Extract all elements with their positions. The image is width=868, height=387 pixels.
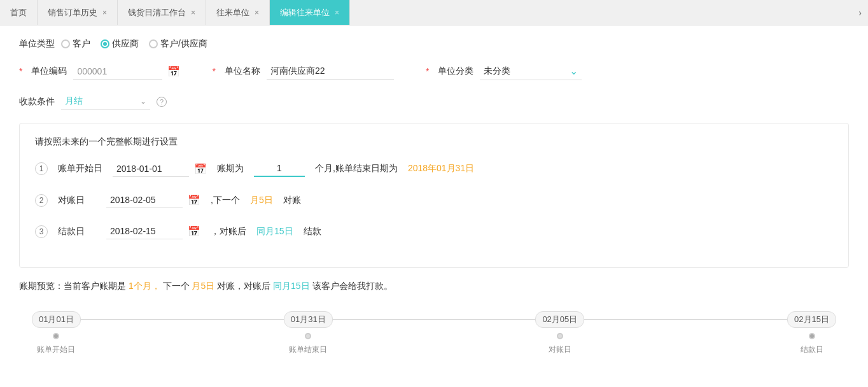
timeline-point-3: 02月15日 结款日	[787, 311, 836, 355]
tab-edit-partner[interactable]: 编辑往来单位 ×	[270, 0, 350, 25]
period-months-input[interactable]	[254, 160, 305, 177]
timeline-point-2: 02月05日 对账日	[535, 311, 584, 355]
radio-customer[interactable]: 客户	[61, 38, 90, 50]
setting-row-1: 1 账单开始日 📅 账期为 个月,账单结束日期为 2018年01月31日	[35, 160, 833, 177]
timeline-point-1: 01月31日 账单结束日	[284, 311, 333, 355]
setting-number-1: 1	[35, 162, 48, 175]
payment-date-calendar-icon[interactable]: 📅	[188, 225, 200, 237]
setting-label-3: 结款日	[58, 226, 96, 237]
tab-partner-close[interactable]: ×	[255, 8, 259, 17]
start-date-calendar-icon[interactable]: 📅	[194, 163, 207, 175]
tab-cashflow[interactable]: 钱货日清工作台 ×	[118, 0, 206, 25]
radio-supplier-label: 供应商	[112, 38, 139, 50]
radio-both[interactable]: 客户/供应商	[149, 38, 207, 50]
code-required: *	[19, 66, 22, 76]
radio-supplier[interactable]: 供应商	[101, 38, 139, 50]
preview-months: 1个月，	[129, 281, 160, 291]
settings-title: 请按照未来的一个完整帐期进行设置	[35, 136, 833, 148]
unit-info-row: * 单位编码 📅 * 单位名称 * 单位分类 未分类 ⌄	[19, 62, 849, 80]
tab-edit-partner-close[interactable]: ×	[335, 8, 339, 17]
timeline: 01月01日 账单开始日 01月31日 账单结束日 02月05日 对账日 02月…	[19, 311, 849, 355]
reconcile-date-calendar-icon[interactable]: 📅	[188, 194, 200, 206]
payment-date-field-group: 📅	[106, 223, 200, 239]
code-calendar-icon[interactable]: 📅	[167, 66, 180, 78]
timeline-label-0: 账单开始日	[37, 344, 75, 355]
category-required: *	[426, 66, 429, 76]
reconcile-suffix-pre: ,下一个	[211, 195, 240, 206]
unit-name-input[interactable]	[267, 64, 394, 80]
radio-customer-circle	[61, 39, 70, 48]
radio-supplier-circle	[101, 39, 109, 48]
tab-partner[interactable]: 往来单位 ×	[206, 0, 270, 25]
timeline-badge-3: 02月15日	[787, 311, 836, 328]
timeline-points: 01月01日 账单开始日 01月31日 账单结束日 02月05日 对账日 02月…	[32, 311, 836, 355]
payment-condition-value: 月结	[65, 95, 136, 107]
setting-label-1: 账单开始日	[58, 163, 102, 174]
chevron-right-icon: ›	[858, 8, 862, 18]
unit-code-field-group: 📅	[73, 64, 180, 80]
payment-suffix-post: 结款	[304, 226, 321, 237]
payment-condition-label: 收款条件	[19, 96, 55, 108]
settings-box: 请按照未来的一个完整帐期进行设置 1 账单开始日 📅 账期为 个月,账单结束日期…	[19, 123, 849, 268]
unit-category-label: 单位分类	[438, 66, 473, 77]
unit-category-value: 未分类	[484, 66, 566, 77]
preview-reconcile-post: 对账，对账后	[217, 281, 270, 291]
period-unit: 个月,账单结束日期为	[315, 163, 398, 174]
tab-sales-history-close[interactable]: ×	[102, 8, 107, 17]
reconcile-highlight: 月5日	[250, 195, 273, 206]
tab-partner-label: 往来单位	[216, 7, 249, 18]
tab-more-button[interactable]: ›	[852, 0, 868, 25]
reconcile-suffix-post: 对账	[283, 195, 301, 206]
timeline-badge-2: 02月05日	[535, 311, 584, 328]
payment-condition-row: 收款条件 月结 ⌄ ?	[19, 93, 849, 110]
tab-home-label: 首页	[10, 7, 27, 18]
timeline-label-1: 账单结束日	[289, 344, 327, 355]
timeline-dot-0	[53, 333, 59, 339]
preview-payment-highlight: 同月15日	[273, 281, 310, 291]
category-chevron-down-icon: ⌄	[570, 65, 578, 77]
preview-suffix: 该客户会给我打款。	[312, 281, 393, 291]
timeline-label-3: 结款日	[801, 344, 823, 355]
tab-sales-history-label: 销售订单历史	[48, 7, 97, 18]
timeline-badge-0: 01月01日	[32, 311, 81, 328]
tab-sales-history[interactable]: 销售订单历史 ×	[38, 0, 118, 25]
payment-highlight: 同月15日	[256, 226, 293, 237]
timeline-point-0: 01月01日 账单开始日	[32, 311, 81, 355]
tab-cashflow-close[interactable]: ×	[191, 8, 195, 17]
timeline-badge-1: 01月31日	[284, 311, 333, 328]
setting-label-2: 对账日	[58, 195, 96, 206]
unit-type-label: 单位类型	[19, 38, 55, 50]
reconcile-date-input[interactable]	[106, 192, 183, 208]
start-date-input[interactable]	[113, 161, 189, 177]
timeline-dot-2	[557, 333, 563, 339]
radio-customer-label: 客户	[73, 38, 90, 50]
payment-condition-dropdown[interactable]: 月结 ⌄	[61, 93, 150, 110]
tab-home[interactable]: 首页	[0, 0, 38, 25]
payment-condition-chevron-icon: ⌄	[140, 97, 146, 106]
payment-date-input[interactable]	[106, 223, 183, 239]
period-label: 账期为	[217, 163, 244, 174]
unit-code-input[interactable]	[73, 64, 162, 80]
payment-help-icon[interactable]: ?	[157, 97, 167, 107]
start-date-field-group: 📅	[113, 161, 207, 177]
setting-number-3: 3	[35, 225, 48, 238]
setting-row-3: 3 结款日 📅 ，对账后 同月15日 结款	[35, 223, 833, 239]
tab-edit-partner-label: 编辑往来单位	[280, 7, 330, 18]
main-content: 单位类型 客户 供应商 客户/供应商 * 单位编码 📅 * 单位名称	[0, 25, 868, 387]
period-end-date: 2018年01月31日	[408, 163, 474, 174]
name-required: *	[212, 66, 215, 76]
unit-type-row: 单位类型 客户 供应商 客户/供应商	[19, 38, 849, 50]
unit-name-label: 单位名称	[225, 66, 260, 77]
unit-category-dropdown[interactable]: 未分类 ⌄	[480, 62, 582, 80]
payment-suffix-pre: ，对账后	[211, 226, 246, 237]
unit-type-radio-group: 客户 供应商 客户/供应商	[61, 38, 207, 50]
setting-number-2: 2	[35, 194, 48, 207]
preview-section: 账期预览：当前客户账期是 1个月， 下一个 月5日 对账，对账后 同月15日 该…	[19, 281, 849, 292]
tab-bar: 首页 销售订单历史 × 钱货日清工作台 × 往来单位 × 编辑往来单位 × ›	[0, 0, 868, 25]
timeline-dot-3	[809, 333, 815, 339]
preview-prefix: 账期预览：当前客户账期是	[19, 281, 126, 291]
setting-row-2: 2 对账日 📅 ,下一个 月5日 对账	[35, 192, 833, 208]
timeline-label-2: 对账日	[549, 344, 571, 355]
radio-both-label: 客户/供应商	[160, 38, 207, 50]
reconcile-date-field-group: 📅	[106, 192, 200, 208]
